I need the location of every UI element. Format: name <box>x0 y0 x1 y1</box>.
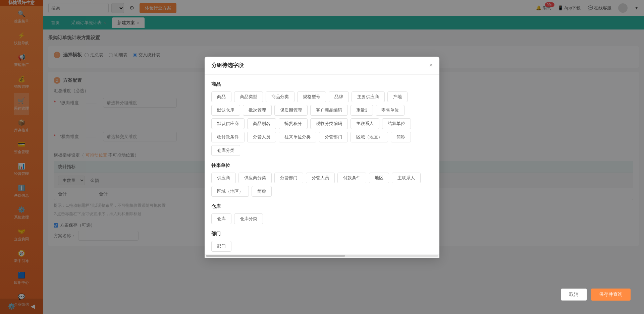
cancel-button[interactable]: 取消 <box>561 289 587 301</box>
field-tag-supplier[interactable]: 供应商 <box>211 173 236 183</box>
field-tag-brand[interactable]: 品牌 <box>329 91 349 102</box>
field-group-title-product: 商品 <box>211 81 433 87</box>
field-tag-contact[interactable]: 主联系人 <box>392 173 421 183</box>
field-group-partner: 往来单位供应商供应商分类分管部门分管人员付款条件地区主联系人区域（地区）简称 <box>211 163 433 197</box>
field-tag-from-unit-category[interactable]: 往来单位分类 <box>279 132 316 142</box>
field-tag-warehouse-cat[interactable]: 仓库分类 <box>234 213 263 224</box>
save-query-button[interactable]: 保存并查询 <box>591 289 631 301</box>
field-tag-tax-code[interactable]: 税收分类编码 <box>310 118 348 129</box>
field-tag-short-name2[interactable]: 简称 <box>252 186 272 197</box>
field-tags-partner: 供应商供应商分类分管部门分管人员付款条件地区主联系人区域（地区）简称 <box>211 173 433 197</box>
field-tag-dept2[interactable]: 分管部门 <box>274 173 303 183</box>
field-tag-payment-terms[interactable]: 收付款条件 <box>211 132 245 142</box>
field-tag-manager[interactable]: 分管人员 <box>247 132 276 142</box>
field-group-department: 部门部门 <box>211 231 433 252</box>
scroll-thumb[interactable] <box>206 255 345 257</box>
field-group-title-department: 部门 <box>211 231 433 237</box>
field-tag-product[interactable]: 商品 <box>211 91 231 102</box>
scroll-track <box>206 255 438 257</box>
field-tag-origin[interactable]: 产地 <box>387 91 408 102</box>
modal-title: 分组待选字段 <box>211 62 244 69</box>
modal-header: 分组待选字段 × <box>205 57 439 75</box>
field-tag-region2[interactable]: 地区 <box>369 173 389 183</box>
field-tag-expiry-mgmt[interactable]: 保质期管理 <box>274 105 308 116</box>
field-tag-supplier-category[interactable]: 供应商分类 <box>238 173 272 183</box>
field-group-warehouse: 仓库仓库仓库分类 <box>211 203 433 224</box>
field-tag-warehouse-category[interactable]: 仓库分类 <box>211 145 240 156</box>
field-tags-product: 商品商品类型商品分类规格型号品牌主要供应商产地默认仓库批次管理保质期管理客户商品… <box>211 91 433 156</box>
field-tag-default-supplier[interactable]: 默认供应商 <box>211 118 245 129</box>
field-tag-manager2[interactable]: 分管人员 <box>306 173 335 183</box>
field-tag-alias[interactable]: 商品别名 <box>247 118 276 129</box>
field-tag-batch-mgmt[interactable]: 批次管理 <box>243 105 272 116</box>
field-tag-spec-type[interactable]: 规格型号 <box>297 91 326 102</box>
modal-close-button[interactable]: × <box>429 62 433 69</box>
field-selection-modal: 分组待选字段 × 商品商品商品类型商品分类规格型号品牌主要供应商产地默认仓库批次… <box>205 57 439 258</box>
field-group-title-warehouse: 仓库 <box>211 203 433 209</box>
field-tags-warehouse: 仓库仓库分类 <box>211 213 433 224</box>
field-group-product: 商品商品商品类型商品分类规格型号品牌主要供应商产地默认仓库批次管理保质期管理客户… <box>211 81 433 156</box>
field-tag-weight3[interactable]: 重量3 <box>351 105 373 116</box>
field-tag-dept3[interactable]: 部门 <box>211 241 231 252</box>
field-tag-settle-unit[interactable]: 结算单位 <box>382 118 411 129</box>
field-tag-region3[interactable]: 区域（地区） <box>211 186 249 197</box>
field-tag-customer-code[interactable]: 客户商品编码 <box>310 105 348 116</box>
field-tag-product-category[interactable]: 商品分类 <box>266 91 294 102</box>
modal-body: 商品商品商品类型商品分类规格型号品牌主要供应商产地默认仓库批次管理保质期管理客户… <box>205 75 439 254</box>
field-tag-pick-points[interactable]: 拣货积分 <box>279 118 308 129</box>
modal-footer: 取消 保存并查询 <box>561 289 631 301</box>
field-tag-region[interactable]: 区域（地区） <box>351 132 388 142</box>
field-tags-department: 部门 <box>211 241 433 252</box>
field-tag-retail-unit[interactable]: 零售单位 <box>376 105 405 116</box>
field-tag-short-name[interactable]: 简称 <box>391 132 411 142</box>
field-group-title-partner: 往来单位 <box>211 163 433 169</box>
field-tag-main-supplier[interactable]: 主要供应商 <box>352 91 385 102</box>
field-tag-dept[interactable]: 分管部门 <box>319 132 348 142</box>
modal-horizontal-scrollbar[interactable] <box>205 254 439 258</box>
field-tag-warehouse[interactable]: 仓库 <box>211 213 231 224</box>
field-tag-payment-cond[interactable]: 付款条件 <box>337 173 366 183</box>
field-tag-default-warehouse[interactable]: 默认仓库 <box>211 105 240 116</box>
field-tag-product-type[interactable]: 商品类型 <box>234 91 263 102</box>
field-tag-main-contact[interactable]: 主联系人 <box>351 118 379 129</box>
